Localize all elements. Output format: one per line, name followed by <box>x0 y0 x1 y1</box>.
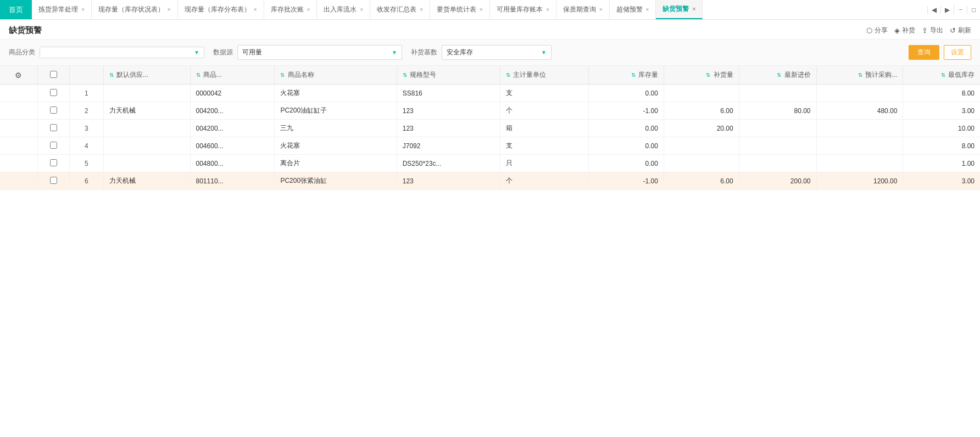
query-button[interactable]: 查询 <box>909 45 939 60</box>
col-header-code[interactable]: ⇅ 商品... <box>190 66 275 85</box>
tab-close-icon[interactable]: × <box>546 7 549 13</box>
col-header-replenish[interactable]: ⇅ 补货量 <box>664 66 739 85</box>
row-checkbox[interactable] <box>50 124 57 131</box>
window-minimize-btn[interactable]: － <box>954 5 967 14</box>
tab-expiry-query[interactable]: 保质期查询 × <box>556 0 610 19</box>
tab-home-label: 首页 <box>9 5 23 15</box>
cell-supplier <box>103 137 190 155</box>
tab-close-icon[interactable]: × <box>81 7 85 13</box>
cell-replenish <box>664 137 739 155</box>
col-header-settings[interactable]: ⚙ <box>0 66 37 85</box>
table-settings-icon[interactable]: ⚙ <box>15 71 22 80</box>
cell-check[interactable] <box>37 155 69 172</box>
page-content: 缺货预警 ⬡ 分享 ◈ 补货 ⇪ 导出 ↺ 刷新 商品分类 <box>0 20 980 437</box>
cell-code: 801110... <box>190 172 275 190</box>
refresh-label: 刷新 <box>958 26 971 35</box>
cell-settings <box>0 137 37 155</box>
col-label: 预计采购... <box>865 71 897 79</box>
col-header-stock[interactable]: ⇅ 库存量 <box>589 66 664 85</box>
tab-close-icon[interactable]: × <box>420 7 423 13</box>
cell-purchase <box>816 155 903 172</box>
tab-batch-account[interactable]: 库存批次账 × <box>264 0 318 19</box>
cell-check[interactable] <box>37 137 69 155</box>
cell-num: 6 <box>70 172 104 190</box>
col-header-name[interactable]: ⇅ 商品名称 <box>275 66 397 85</box>
cell-supplier: 力天机械 <box>103 172 190 190</box>
export-btn[interactable]: ⇪ 导出 <box>922 26 943 35</box>
tab-inout-flow[interactable]: 出入库流水 × <box>317 0 370 19</box>
tab-shortage[interactable]: 缺货预警 × <box>656 0 703 19</box>
cell-spec: SS816 <box>397 85 500 102</box>
cell-purchase <box>816 137 903 155</box>
filter-area: 商品分类 ▼ 数据源 可用量 ▼ 补货基数 安全库存 ▼ 查询 设置 <box>0 40 980 66</box>
tab-stock-status[interactable]: 现存量（库存状况表） × <box>92 0 178 19</box>
cell-check[interactable] <box>37 120 69 137</box>
select-all-checkbox[interactable] <box>50 71 57 78</box>
table-row: 5 004800... 离合片 DS250*23c... 只 0.00 1.00 <box>0 155 980 172</box>
tab-home[interactable]: 首页 <box>0 0 32 20</box>
tab-close-icon[interactable]: × <box>360 7 363 13</box>
table-row: 2 力天机械 004200... PC200油缸缸子 123 个 -1.00 6… <box>0 102 980 120</box>
cell-check[interactable] <box>37 85 69 102</box>
data-table: ⚙ ⇅ 默认供应... ⇅ 商品... ⇅ <box>0 66 980 190</box>
tab-close-icon[interactable]: × <box>646 7 649 13</box>
col-header-minstock[interactable]: ⇅ 最低库存 <box>903 66 980 85</box>
replenish-base-select[interactable]: 安全库存 ▼ <box>442 45 552 60</box>
cell-code: 004800... <box>190 155 275 172</box>
cell-replenish <box>664 155 739 172</box>
tab-next-btn[interactable]: ▶ <box>940 6 954 14</box>
cell-spec: J7092 <box>397 137 500 155</box>
settings-button[interactable]: 设置 <box>944 45 971 60</box>
row-checkbox[interactable] <box>50 142 57 149</box>
col-label: 规格型号 <box>410 71 436 79</box>
cell-num: 3 <box>70 120 104 137</box>
row-checkbox[interactable] <box>50 177 57 184</box>
cell-purchase <box>816 85 903 102</box>
cell-purchase <box>816 120 903 137</box>
category-select[interactable]: ▼ <box>40 47 204 58</box>
tab-close-icon[interactable]: × <box>480 7 483 13</box>
tab-overstock[interactable]: 超储预警 × <box>610 0 656 19</box>
col-label: 商品名称 <box>288 71 314 79</box>
row-checkbox[interactable] <box>50 159 57 166</box>
refresh-btn[interactable]: ↺ 刷新 <box>950 26 971 35</box>
tab-avail-ledger[interactable]: 可用量库存账本 × <box>490 0 556 19</box>
datasource-filter-label: 数据源 <box>213 48 233 57</box>
tab-defect-handling[interactable]: 拣货异常处理 × <box>32 0 92 19</box>
replenish-btn[interactable]: ◈ 补货 <box>894 26 915 35</box>
tab-recv-summary[interactable]: 收发存汇总表 × <box>370 0 430 19</box>
tab-close-icon[interactable]: × <box>692 6 695 12</box>
tab-stock-dist[interactable]: 现存量（库存分布表） × <box>178 0 264 19</box>
tab-demand-stat[interactable]: 要货单统计表 × <box>430 0 490 19</box>
export-icon: ⇪ <box>922 26 928 35</box>
window-maximize-btn[interactable]: □ <box>967 6 980 14</box>
tab-close-icon[interactable]: × <box>599 7 603 13</box>
tab-close-icon[interactable]: × <box>254 7 257 13</box>
cell-check[interactable] <box>37 102 69 120</box>
cell-unit: 支 <box>500 85 588 102</box>
cell-settings <box>0 85 37 102</box>
row-checkbox[interactable] <box>50 89 57 96</box>
cell-check[interactable] <box>37 172 69 190</box>
col-header-num <box>70 66 104 85</box>
tab-close-icon[interactable]: × <box>307 7 310 13</box>
col-header-unit[interactable]: ⇅ 主计量单位 <box>500 66 588 85</box>
col-header-supplier[interactable]: ⇅ 默认供应... <box>103 66 190 85</box>
cell-name: PC200油缸缸子 <box>275 102 397 120</box>
tab-prev-btn[interactable]: ◀ <box>927 6 940 14</box>
row-checkbox[interactable] <box>50 107 57 114</box>
refresh-icon: ↺ <box>950 26 956 35</box>
cell-supplier: 力天机械 <box>103 102 190 120</box>
tab-label: 拣货异常处理 <box>38 5 78 14</box>
datasource-select[interactable]: 可用量 ▼ <box>237 45 402 60</box>
share-btn[interactable]: ⬡ 分享 <box>866 26 888 35</box>
col-header-price[interactable]: ⇅ 最新进价 <box>739 66 816 85</box>
category-filter-group: 商品分类 ▼ <box>9 47 204 58</box>
col-header-spec[interactable]: ⇅ 规格型号 <box>397 66 500 85</box>
col-header-purchase[interactable]: ⇅ 预计采购... <box>816 66 903 85</box>
cell-name: 火花塞 <box>275 137 397 155</box>
cell-replenish <box>664 85 739 102</box>
cell-settings <box>0 172 37 190</box>
tab-close-icon[interactable]: × <box>168 7 171 13</box>
datasource-chevron-icon: ▼ <box>392 49 397 55</box>
